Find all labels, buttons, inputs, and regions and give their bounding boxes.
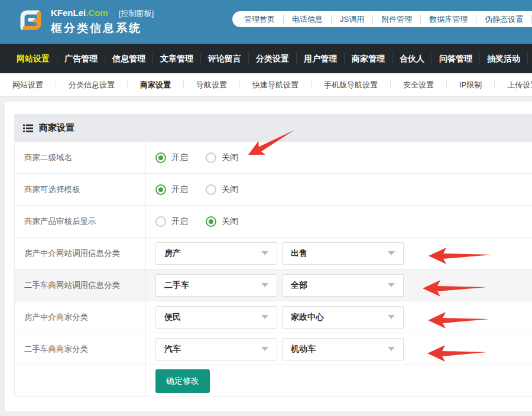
chevron-down-icon bbox=[261, 315, 268, 319]
sub-nav-upload[interactable]: 上传设置 bbox=[494, 80, 532, 89]
sub-nav-navigation[interactable]: 导航设置 bbox=[183, 80, 239, 89]
main-nav-merchants[interactable]: 商家管理 bbox=[344, 53, 392, 64]
row-content: 开启 关闭 bbox=[146, 152, 532, 163]
form-row-realestate-info-category: 房产中介网站调用信息分类 房产 出售 bbox=[15, 238, 532, 269]
form-row-usedcar-info-category: 二手车商网站调用信息分类 二手车 全部 bbox=[15, 269, 532, 301]
radio-icon bbox=[155, 152, 166, 163]
top-header: KFenLei.Com [控制面板] 框分类信息系统 管理首页 电话信息 JS调… bbox=[0, 0, 532, 44]
select-usedcar-category[interactable]: 二手车 bbox=[155, 274, 277, 297]
sub-nav: 网站设置 分类信息设置 商家设置 导航设置 快速导航设置 手机版导航设置 安全设… bbox=[0, 73, 532, 97]
main-nav-comments[interactable]: 评论留言 bbox=[200, 53, 248, 64]
form-row-product-review: 商家产品审核后显示 开启 关闭 bbox=[15, 206, 532, 238]
row-label: 房产中介网站调用信息分类 bbox=[15, 238, 146, 269]
row-label bbox=[15, 365, 146, 396]
chevron-down-icon bbox=[388, 283, 395, 287]
row-label: 商家二级域名 bbox=[15, 142, 146, 173]
main-nav-wechat[interactable]: 微信 bbox=[527, 53, 532, 64]
sub-nav-mobile-nav[interactable]: 手机版导航设置 bbox=[311, 80, 390, 89]
brand-logo-link[interactable]: KFenLei.Com [控制面板] 框分类信息系统 bbox=[18, 7, 154, 36]
row-label: 房产中介商家分类 bbox=[15, 301, 146, 333]
list-icon bbox=[23, 124, 33, 132]
top-menu: 管理首页 电话信息 JS调用 附件管理 数据库管理 伪静态设置 日志管理 举 bbox=[232, 11, 532, 27]
top-menu-item-database[interactable]: 数据库管理 bbox=[420, 15, 476, 24]
form-row-realestate-merchant-category: 房产中介商家分类 便民 家政中心 bbox=[15, 301, 532, 333]
radio-subdomain-off[interactable]: 关闭 bbox=[206, 152, 238, 163]
radio-subdomain-on[interactable]: 开启 bbox=[155, 152, 188, 163]
sub-nav-category-info[interactable]: 分类信息设置 bbox=[56, 80, 127, 89]
main-nav-ads[interactable]: 广告管理 bbox=[57, 53, 105, 64]
panel-title: 商家设置 bbox=[39, 122, 74, 134]
form-row-submit: 确定修改 bbox=[15, 365, 532, 397]
top-menu-item-js-call[interactable]: JS调用 bbox=[331, 15, 372, 24]
select-realestate-merchant-category[interactable]: 便民 bbox=[155, 306, 277, 329]
chevron-down-icon bbox=[388, 347, 395, 351]
main-nav-users[interactable]: 用户管理 bbox=[296, 53, 344, 64]
radio-template-on[interactable]: 开启 bbox=[155, 184, 188, 195]
select-usedcar-merchant-subcategory[interactable]: 机动车 bbox=[282, 338, 404, 360]
radio-icon bbox=[206, 184, 216, 195]
row-content: 开启 关闭 bbox=[146, 184, 532, 195]
brand-name: KFenLei bbox=[51, 8, 86, 18]
top-menu-item-rewrite[interactable]: 伪静态设置 bbox=[476, 15, 531, 24]
control-panel-tag: [控制面板] bbox=[119, 9, 154, 18]
row-content: 开启 关闭 bbox=[146, 216, 532, 227]
select-realestate-category[interactable]: 房产 bbox=[155, 242, 277, 265]
select-usedcar-merchant-category[interactable]: 汽车 bbox=[155, 338, 277, 360]
panel-header: 商家设置 bbox=[14, 114, 532, 142]
row-label: 二手车商网站调用信息分类 bbox=[15, 269, 146, 301]
row-content: 便民 家政中心 bbox=[146, 306, 532, 329]
row-label: 商家可选择模板 bbox=[15, 174, 146, 205]
radio-review-on[interactable]: 开启 bbox=[155, 216, 188, 227]
sub-nav-quick-nav[interactable]: 快速导航设置 bbox=[239, 80, 311, 89]
brand-domain-suffix: .Com bbox=[86, 8, 108, 18]
main-nav-info[interactable]: 信息管理 bbox=[105, 53, 153, 64]
row-content: 二手车 全部 bbox=[146, 274, 532, 297]
main-nav-articles[interactable]: 文章管理 bbox=[153, 53, 200, 64]
main-nav: 网站设置 广告管理 信息管理 文章管理 评论留言 分类设置 用户管理 商家管理 … bbox=[0, 44, 532, 73]
form-row-subdomain: 商家二级域名 开启 关闭 bbox=[15, 142, 532, 174]
system-title: 框分类信息系统 bbox=[51, 21, 154, 36]
radio-icon bbox=[155, 184, 166, 195]
row-label: 商家产品审核后显示 bbox=[15, 206, 146, 237]
radio-template-off[interactable]: 关闭 bbox=[206, 184, 238, 195]
content-card: 商家设置 商家二级域名 开启 关闭 商家可选择模 bbox=[5, 102, 532, 411]
radio-review-off[interactable]: 关闭 bbox=[206, 216, 238, 227]
select-realestate-merchant-subcategory[interactable]: 家政中心 bbox=[282, 306, 404, 329]
merchant-settings-form: 商家二级域名 开启 关闭 商家可选择模板 bbox=[14, 142, 532, 397]
chevron-down-icon bbox=[388, 315, 395, 319]
page-body: 商家设置 商家二级域名 开启 关闭 商家可选择模 bbox=[0, 97, 532, 416]
select-usedcar-subcategory[interactable]: 全部 bbox=[282, 274, 404, 297]
chevron-down-icon bbox=[261, 347, 268, 351]
select-realestate-subcategory[interactable]: 出售 bbox=[282, 242, 404, 265]
radio-icon bbox=[206, 152, 216, 163]
top-menu-item-attachments[interactable]: 附件管理 bbox=[372, 15, 420, 24]
top-menu-item-home[interactable]: 管理首页 bbox=[236, 15, 283, 24]
row-label: 二手车商商家分类 bbox=[15, 333, 146, 365]
chevron-down-icon bbox=[388, 251, 395, 255]
row-content: 汽车 机动车 bbox=[146, 338, 532, 360]
brand-text: KFenLei.Com [控制面板] 框分类信息系统 bbox=[51, 7, 154, 36]
top-menu-item-phone-info[interactable]: 电话信息 bbox=[283, 15, 331, 24]
form-row-usedcar-merchant-category: 二手车商商家分类 汽车 机动车 bbox=[15, 333, 532, 365]
chevron-down-icon bbox=[261, 283, 268, 287]
radio-icon bbox=[155, 216, 166, 227]
brand-logo-icon bbox=[18, 7, 44, 33]
form-row-template: 商家可选择模板 开启 关闭 bbox=[15, 174, 532, 206]
main-nav-qa[interactable]: 问答管理 bbox=[432, 53, 479, 64]
row-content: 房产 出售 bbox=[146, 242, 532, 265]
main-nav-categories[interactable]: 分类设置 bbox=[248, 53, 296, 64]
sub-nav-merchant-settings[interactable]: 商家设置 bbox=[127, 80, 183, 89]
confirm-modify-button[interactable]: 确定修改 bbox=[155, 369, 210, 393]
main-nav-lottery[interactable]: 抽奖活动 bbox=[479, 53, 527, 64]
main-nav-partners[interactable]: 合伙人 bbox=[392, 53, 432, 64]
sub-nav-site-settings[interactable]: 网站设置 bbox=[0, 80, 56, 89]
radio-icon bbox=[206, 216, 216, 227]
main-nav-site-settings[interactable]: 网站设置 bbox=[9, 53, 57, 64]
sub-nav-security[interactable]: 安全设置 bbox=[390, 80, 446, 89]
row-content: 确定修改 bbox=[146, 369, 532, 393]
chevron-down-icon bbox=[261, 251, 268, 255]
sub-nav-ip-limit[interactable]: IP限制 bbox=[446, 80, 494, 89]
